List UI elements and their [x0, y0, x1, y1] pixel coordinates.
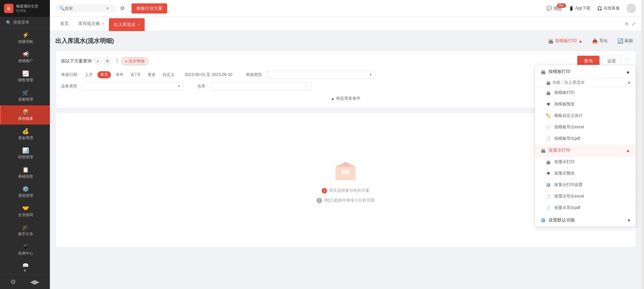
display-export-excel-label: 按显示导出excel [554, 193, 584, 199]
set-default-button[interactable]: ⚙️ 设置默认功能 ▾ [535, 214, 636, 227]
template-section-collapse-icon: ▲ [626, 69, 630, 74]
template-print-header-left: 🖨️ 按模板打印 [540, 69, 570, 75]
doc-type-field[interactable]: ▾ [267, 71, 375, 79]
app-download-icon: 📱 [569, 6, 574, 11]
set-default-arrow-icon: ▾ [628, 218, 630, 223]
export-button[interactable]: 📤 导出 [589, 36, 611, 45]
biz-type-field[interactable]: ▾ [83, 82, 184, 90]
tab-flow[interactable]: 出入库流水 × [109, 18, 144, 31]
display-section-collapse-icon: ▲ [626, 148, 630, 153]
date-opt-this-year[interactable]: 本年 [114, 71, 126, 78]
tab-batch[interactable]: 库存批次账 × [74, 17, 109, 31]
sidebar-item-wechat[interactable]: 💬 企业微信 [0, 259, 50, 267]
app-download-button[interactable]: 📱 App下载 [569, 5, 590, 11]
message-button[interactable]: 💬 消息 99+ [547, 5, 562, 11]
sidebar-item-purchase[interactable]: 🛒 采购管理 [0, 86, 50, 105]
search-input[interactable] [65, 6, 105, 11]
sidebar-item-marketing[interactable]: 📢 营销推广 [0, 48, 50, 67]
sidebar-item-sales[interactable]: 📈 销售管理 [0, 67, 50, 86]
search-dropdown-icon[interactable]: ▾ [107, 6, 109, 11]
tab-flow-label: 出入库流水 [114, 22, 136, 28]
page-content: 出入库流水(流水明细) 🖨️ 按模板打印 ▲ 📤 导出 🔄 刷新 [50, 31, 641, 289]
page-title: 出入库流水(流水明细) [55, 37, 114, 45]
filter-title: 按以下方案查询 [61, 58, 92, 64]
empty-state-icon [332, 157, 359, 184]
template-print-item-icon: 🖨️ [546, 90, 551, 95]
refresh-button[interactable]: 🔄 刷新 [615, 36, 636, 45]
dropdown-item-display-print-settings[interactable]: ⚙️ 按显示打印设置 [535, 179, 636, 191]
sidebar-item-guide[interactable]: 🎓 新手引导 [0, 221, 50, 240]
dropdown-item-template-export-excel[interactable]: 📄 按模板导出excel [535, 122, 636, 133]
dropdown-item-display-print[interactable]: 🖨️ 按显示打印 [535, 156, 636, 168]
tab-flow-close[interactable]: × [138, 23, 140, 27]
collapse-icon[interactable]: ◀▶ [30, 278, 39, 286]
date-opt-more[interactable]: 更多 [146, 71, 158, 78]
filter-settings-button[interactable]: ⚙ [104, 58, 111, 64]
date-opt-7days[interactable]: 近7天 [128, 71, 143, 78]
dropdown-item-template-custom[interactable]: ✏️ 模板自定义设计 [535, 110, 636, 122]
date-opt-last-month[interactable]: 上月 [83, 71, 95, 78]
search-icon: 🔍 [6, 20, 11, 25]
sidebar-item-label: 库存核算 [18, 116, 33, 121]
dropdown-item-display-export-pdf[interactable]: 📄 按显示导出pdf [535, 202, 636, 214]
current-template-row: 🖨️ 当前：出入库流水 ▾ [535, 78, 636, 87]
dropdown-item-display-preview[interactable]: 👁️ 按显示预览 [535, 168, 636, 179]
online-service-button[interactable]: 🎧 在线客服 [597, 5, 620, 11]
warehouse-field[interactable]: ··· [211, 82, 312, 90]
dropdown-item-template-export-pdf[interactable]: 📄 按模板导出pdf [535, 133, 636, 144]
sidebar-item-inventory[interactable]: 📦 库存核算 [0, 105, 50, 125]
template-preview-icon: 👁️ [546, 102, 551, 107]
sidebar-scroll-down[interactable]: ▼ [0, 267, 50, 274]
dropdown-item-template-preview[interactable]: 👁️ 按模板预览 [535, 99, 636, 110]
date-opt-this-month[interactable]: 本月 [97, 71, 111, 78]
print-icon: 🖨️ [548, 38, 554, 44]
doc-type-arrow-icon: ▾ [370, 72, 372, 77]
display-export-pdf-label: 按显示导出pdf [554, 205, 580, 211]
filter-add-button[interactable]: + [94, 58, 101, 64]
sidebar-item-operations[interactable]: 📊 经营管理 [0, 144, 50, 163]
inventory-icon: 📦 [22, 109, 29, 115]
wechat-icon: 💬 [22, 263, 29, 267]
sidebar-item-app-center[interactable]: 📱 应用中心 [0, 240, 50, 259]
dropdown-item-display-export-excel[interactable]: 📄 按显示导出excel [535, 191, 636, 202]
sidebar-item-enterprise[interactable]: 🤝 企业协同 [0, 202, 50, 221]
tabs-close-button[interactable]: ✕ [624, 21, 629, 27]
filter-collapse-button[interactable]: 《 [113, 58, 119, 65]
header-settings-icon[interactable]: ⚙ [120, 5, 125, 11]
tab-batch-close[interactable]: × [102, 22, 104, 26]
right-sidebar-strip[interactable] [641, 0, 644, 289]
operations-icon: 📊 [22, 147, 29, 154]
sidebar-item-shortcut[interactable]: ⚡ 快捷导航 [0, 28, 50, 48]
enterprise-icon: 🤝 [22, 205, 29, 211]
marketing-icon: 📢 [22, 51, 29, 57]
display-print-settings-icon: ⚙️ [546, 183, 551, 187]
sidebar-item-system[interactable]: ⚙️ 系统管理 [0, 182, 50, 202]
sidebar-item-label: 销售管理 [18, 78, 33, 83]
date-opt-custom[interactable]: 自定义 [160, 71, 177, 78]
sidebar-item-finance[interactable]: 💰 资金管理 [0, 125, 50, 144]
sidebar-item-basic[interactable]: 📋 基础信息 [0, 163, 50, 182]
settings-icon[interactable]: ⚙ [10, 278, 16, 286]
user-avatar[interactable] [626, 4, 636, 13]
header-search-bar[interactable]: 🔍 ▾ [55, 4, 116, 12]
empty-step-2: 2 用[过滤]条件来缩小分析范围 [317, 198, 375, 203]
display-print-header-label: 按显示打印 [549, 147, 570, 153]
refresh-label: 刷新 [624, 38, 633, 44]
display-print-header-left: 🖨️ 按显示打印 [540, 147, 570, 153]
tabs-expand-button[interactable]: ⤢ [632, 21, 636, 27]
tab-home[interactable]: 首页 [55, 17, 74, 31]
sidebar-search[interactable]: 🔍 搜索菜单 [0, 17, 50, 28]
filter-tag[interactable]: ● 流水明细 [121, 57, 148, 65]
purchase-icon: 🛒 [22, 89, 29, 96]
trial-button[interactable]: 体验行业方案 [131, 3, 167, 14]
message-badge: 99+ [557, 3, 566, 8]
dropdown-item-template-print[interactable]: 🖨️ 按模板打印 [535, 87, 636, 99]
template-print-section-header[interactable]: 🖨️ 按模板打印 ▲ [535, 65, 636, 78]
display-print-section-header[interactable]: 🖨️ 按显示打印 ▲ [535, 144, 636, 156]
date-filter-label: 单据日期 [61, 72, 77, 78]
date-range-display: 2023-06-01 至 2023-06-30 [185, 72, 232, 78]
refresh-icon: 🔄 [617, 38, 623, 44]
tabs-bar: 首页 库存批次账 × 出入库流水 × ✕ ⤢ [50, 17, 641, 31]
print-dropdown-panel: 🖨️ 按模板打印 ▲ 🖨️ 当前：出入库流水 ▾ 🖨️ 按模板打印 👁️ 按模板… [535, 65, 636, 227]
print-button[interactable]: 🖨️ 按模板打印 ▲ [545, 36, 585, 45]
